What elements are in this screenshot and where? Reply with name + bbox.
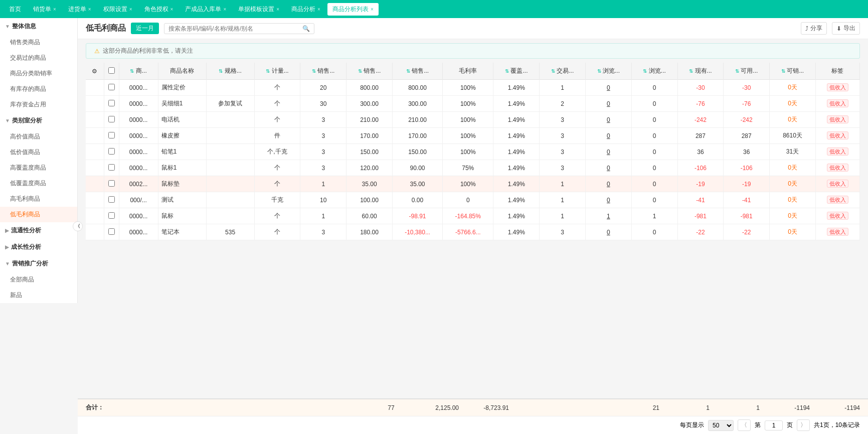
sidebar-group-category[interactable]: ▼ 类别室分析	[0, 112, 77, 129]
nav-product-entry[interactable]: 产成品入库单 ×	[180, 3, 231, 16]
cell-spec	[206, 208, 254, 224]
sidebar-item-high-value[interactable]: 高价值商品	[0, 129, 77, 144]
period-button[interactable]: 近一月	[131, 23, 159, 34]
sidebar-item-high-coverage[interactable]: 高覆盖度商品	[0, 160, 77, 176]
sidebar-item-low-margin[interactable]: 低毛利商品	[0, 207, 77, 222]
close-icon[interactable]: ×	[53, 7, 56, 12]
table-header-row: ⚙ ⇅ 商... 商品名称 ⇅ 规格... ⇅ 计量... ⇅ 销售... ⇅ …	[86, 63, 860, 80]
nav-home[interactable]: 首页	[4, 3, 26, 16]
row-checkbox[interactable]	[108, 84, 115, 90]
sidebar-group-overall[interactable]: ▼ 整体信息	[0, 18, 77, 35]
cell-stock-available: -106	[724, 160, 770, 176]
sidebar-item-traded-goods[interactable]: 交易过的商品	[0, 50, 77, 66]
nav-permission[interactable]: 权限设置 ×	[98, 3, 137, 16]
cell-margin: 0	[443, 192, 493, 208]
col-code-header: ⇅ 商...	[119, 63, 158, 80]
close-icon[interactable]: ×	[276, 7, 279, 12]
sort-icon: ⇅	[130, 68, 134, 74]
sidebar-item-category-rate[interactable]: 商品分类助销率	[0, 66, 77, 81]
cell-stock-available: -30	[724, 80, 770, 96]
cell-stock-available: -981	[724, 208, 770, 224]
cell-unit: 个	[254, 176, 300, 192]
cell-stock-salable: 0天	[770, 96, 816, 112]
cell-transaction: 3	[540, 224, 586, 240]
sidebar-item-sales-goods[interactable]: 销售类商品	[0, 35, 77, 50]
search-input[interactable]	[168, 25, 300, 32]
row-checkbox[interactable]	[108, 164, 115, 171]
nav-sales-order[interactable]: 销货单 ×	[28, 3, 61, 16]
next-page-button[interactable]: 〉	[797, 419, 810, 431]
cell-views2: 0	[631, 160, 677, 176]
cell-sales-count: 10	[300, 192, 346, 208]
total-stock-available: -1194	[820, 404, 860, 411]
close-icon[interactable]: ×	[129, 7, 132, 12]
cell-stock-current: -76	[677, 96, 724, 112]
sidebar-group-marketing[interactable]: ▼ 营销推广分析	[0, 255, 77, 272]
cell-coverage: 1.49%	[493, 80, 540, 96]
nav-role-auth[interactable]: 角色授权 ×	[139, 3, 179, 16]
sidebar-item-all-goods[interactable]: 全部商品	[0, 272, 77, 287]
cell-gear	[86, 208, 104, 224]
cell-unit: 个	[254, 208, 300, 224]
cell-sales-amount: 120.00	[346, 160, 393, 176]
cell-sales-amount: 150.00	[346, 144, 393, 160]
sidebar-item-low-coverage[interactable]: 低覆盖度商品	[0, 176, 77, 191]
row-checkbox[interactable]	[108, 116, 115, 122]
row-checkbox[interactable]	[108, 100, 115, 106]
cell-margin: -164.85%	[443, 208, 493, 224]
nav-purchase-order[interactable]: 进货单 ×	[63, 3, 96, 16]
cell-margin: 100%	[443, 176, 493, 192]
select-all-checkbox[interactable]	[108, 67, 115, 74]
row-checkbox[interactable]	[108, 132, 115, 138]
nav-template-settings[interactable]: 单据模板设置 ×	[233, 3, 284, 16]
cell-views1: 0	[585, 96, 631, 112]
export-button[interactable]: ⬇ 导出	[832, 22, 860, 35]
close-icon[interactable]: ×	[170, 7, 173, 12]
sidebar-collapse-button[interactable]: 《	[73, 221, 83, 231]
col-stock-available-header: ⇅ 可用...	[724, 63, 770, 80]
sort-icon: ⇅	[551, 68, 555, 74]
close-icon[interactable]: ×	[317, 7, 320, 12]
close-icon[interactable]: ×	[371, 7, 374, 12]
search-box: 🔍	[164, 23, 314, 34]
close-icon[interactable]: ×	[223, 7, 226, 12]
col-views2-header: ⇅ 浏览...	[631, 63, 677, 80]
row-checkbox[interactable]	[108, 196, 115, 203]
cell-sales-amount: 60.00	[346, 208, 393, 224]
col-settings[interactable]: ⚙	[86, 63, 104, 80]
cell-sales-count: 3	[300, 112, 346, 128]
cell-code: 000/...	[119, 192, 158, 208]
cell-name: 吴细细1	[158, 96, 206, 112]
search-icon[interactable]: 🔍	[302, 25, 310, 32]
cell-check	[104, 208, 119, 224]
row-checkbox[interactable]	[108, 212, 115, 219]
sidebar-item-new-goods[interactable]: 新品	[0, 287, 77, 303]
share-button[interactable]: ⤴ 分享	[801, 22, 827, 35]
cell-coverage: 1.49%	[493, 208, 540, 224]
cell-coverage: 1.49%	[493, 128, 540, 144]
cell-code: 0000...	[119, 160, 158, 176]
close-icon[interactable]: ×	[88, 7, 91, 12]
cell-gear	[86, 96, 104, 112]
prev-page-button[interactable]: 〈	[738, 419, 751, 431]
cell-transaction: 3	[540, 128, 586, 144]
cell-coverage: 1.49%	[493, 224, 540, 240]
sidebar-item-high-margin[interactable]: 高毛利商品	[0, 191, 77, 207]
sidebar-group-growth[interactable]: ▶ 成长性分析	[0, 239, 77, 255]
cell-tag: 低收入	[815, 176, 859, 192]
cell-stock-current: 36	[677, 144, 724, 160]
sidebar-item-stock-capital[interactable]: 库存资金占用	[0, 97, 77, 112]
cell-stock-current: -22	[677, 224, 724, 240]
cell-views2: 0	[631, 96, 677, 112]
nav-product-analysis[interactable]: 商品分析 ×	[286, 3, 325, 16]
nav-product-analysis-list[interactable]: 商品分析列表 ×	[327, 3, 379, 16]
sidebar-item-stock-goods[interactable]: 有库存的商品	[0, 81, 77, 97]
row-checkbox[interactable]	[108, 180, 115, 187]
sidebar-group-circulation[interactable]: ▶ 流通性分析	[0, 222, 77, 239]
cell-stock-salable: 31天	[770, 144, 816, 160]
row-checkbox[interactable]	[108, 228, 115, 235]
page-number-input[interactable]	[765, 420, 783, 430]
row-checkbox[interactable]	[108, 148, 115, 155]
sidebar-item-low-value[interactable]: 低价值商品	[0, 144, 77, 160]
per-page-select[interactable]: 50 20 100	[708, 420, 734, 431]
